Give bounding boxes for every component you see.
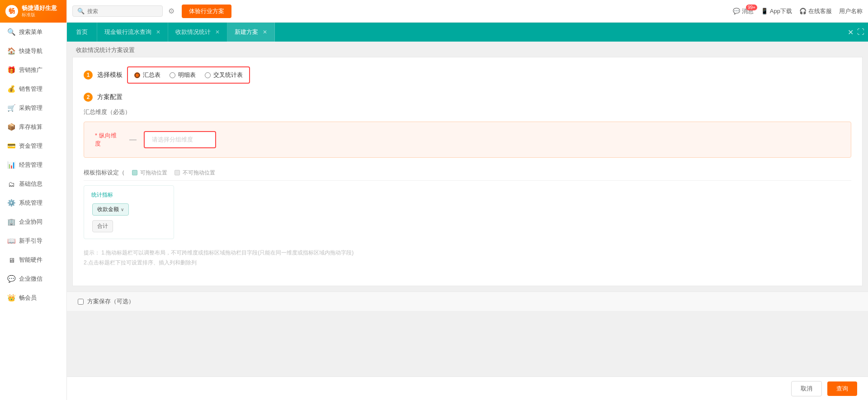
marketing-icon: 🎁 xyxy=(7,66,15,74)
logo-icon: 畅 xyxy=(5,5,18,18)
inventory-icon: 📦 xyxy=(7,123,15,131)
finance-icon: 💳 xyxy=(7,142,15,150)
app-download-button[interactable]: 📱 App下载 xyxy=(761,7,792,15)
search-icon: 🔍 xyxy=(77,8,85,14)
tab-collection-stats-close[interactable]: ✕ xyxy=(215,29,220,35)
save-checkbox[interactable] xyxy=(78,299,84,305)
legend-draggable-label: 可拖动位置 xyxy=(140,169,167,177)
step1-header: 1 选择模板 汇总表 明细表 交叉统计表 xyxy=(84,66,851,84)
close-tab-action[interactable]: ✕ xyxy=(848,28,854,37)
vertical-dim-label: * 纵向维度 xyxy=(95,132,122,148)
app-icon: 📱 xyxy=(761,8,768,14)
radio-detail[interactable]: 明细表 xyxy=(170,71,196,79)
username-display: 用户名称 xyxy=(839,7,863,15)
hardware-icon: 🖥 xyxy=(7,256,15,264)
chevron-down-icon: ∨ xyxy=(121,207,124,212)
dimension-arrow: — xyxy=(129,136,137,144)
radio-summary[interactable]: 汇总表 xyxy=(134,71,160,79)
guide-icon: 📖 xyxy=(7,237,15,245)
tab-cash-flow-label: 现金银行流水查询 xyxy=(104,28,151,36)
tab-collection-stats[interactable]: 收款情况统计 ✕ xyxy=(168,23,227,42)
cancel-button[interactable]: 取消 xyxy=(791,381,822,396)
online-service-button[interactable]: 🎧 在线客服 xyxy=(799,7,832,15)
main-area: 🔍 ⚙ 体验行业方案 💬 消息 99+ 📱 App下载 🎧 在线客服 用户名称 … xyxy=(67,0,868,400)
tab-new-plan-close[interactable]: ✕ xyxy=(263,29,267,35)
sidebar-item-label-marketing: 营销推广 xyxy=(19,66,42,74)
radio-cross-label: 交叉统计表 xyxy=(213,71,243,79)
tab-new-plan[interactable]: 新建方案 ✕ xyxy=(227,23,275,42)
sidebar-item-member[interactable]: 👑 畅会员 xyxy=(0,288,66,307)
sidebar-item-wechat[interactable]: 💬 企业微信 xyxy=(0,269,66,288)
metrics-subtag-total[interactable]: 合计 xyxy=(92,220,113,232)
tab-cash-flow-close[interactable]: ✕ xyxy=(156,29,160,35)
settings-icon[interactable]: ⚙ xyxy=(168,7,175,15)
radio-cross-input[interactable] xyxy=(205,72,211,78)
dimension-select[interactable]: 请选择分组维度 xyxy=(144,131,216,148)
legend-fixed-label: 不可拖动位置 xyxy=(183,169,215,177)
sidebar-item-label-wechat: 企业微信 xyxy=(19,275,42,283)
notification-button[interactable]: 💬 消息 99+ xyxy=(733,7,754,15)
search-icon: 🔍 xyxy=(7,28,15,36)
legend-draggable: 可拖动位置 xyxy=(132,169,167,177)
headset-icon: 🎧 xyxy=(799,8,807,14)
sidebar-item-purchase[interactable]: 🛒 采购管理 xyxy=(0,99,66,118)
sidebar-item-marketing[interactable]: 🎁 营销推广 xyxy=(0,61,66,80)
search-box[interactable]: 🔍 xyxy=(72,5,163,17)
radio-summary-label: 汇总表 xyxy=(143,71,160,79)
sidebar-item-label-finance: 资金管理 xyxy=(19,142,42,150)
tab-collection-stats-label: 收款情况统计 xyxy=(175,28,211,36)
sidebar-item-sales[interactable]: 💰 销售管理 xyxy=(0,80,66,99)
dimension-section-label: 汇总维度（必选） xyxy=(84,108,851,116)
tab-home[interactable]: 首页 xyxy=(67,23,97,42)
metrics-tag-collection-amount[interactable]: 收款金额 ∨ xyxy=(92,203,129,216)
sidebar-item-base[interactable]: 🗂 基础信息 xyxy=(0,174,66,193)
operation-icon: 📊 xyxy=(7,161,15,169)
radio-cross[interactable]: 交叉统计表 xyxy=(205,71,243,79)
sidebar-item-operation[interactable]: 📊 经营管理 xyxy=(0,155,66,174)
enterprise-icon: 🏢 xyxy=(7,218,15,226)
save-label[interactable]: 方案保存（可选） xyxy=(87,297,134,306)
tab-home-label: 首页 xyxy=(76,28,88,36)
dimension-row: * 纵向维度 — 请选择分组维度 xyxy=(95,131,840,148)
sidebar-item-label-quick-nav: 快捷导航 xyxy=(19,47,42,55)
metrics-section-label: 统计指标 xyxy=(91,191,166,199)
sidebar-item-enterprise[interactable]: 🏢 企业协同 xyxy=(0,212,66,231)
metrics-section: 模板指标设定（ 可拖动位置 不可拖动位置 xyxy=(84,165,851,239)
system-icon: ⚙️ xyxy=(7,199,15,207)
trial-button[interactable]: 体验行业方案 xyxy=(182,5,231,18)
notification-badge: 99+ xyxy=(746,5,757,10)
metrics-tag-label: 收款金额 xyxy=(97,206,119,213)
sidebar-item-guide[interactable]: 📖 新手引导 xyxy=(0,231,66,250)
expand-tab-action[interactable]: ⛶ xyxy=(857,28,864,36)
step1-section: 1 选择模板 汇总表 明细表 交叉统计表 xyxy=(84,66,851,84)
metrics-header: 模板指标设定（ 可拖动位置 不可拖动位置 xyxy=(84,165,851,181)
legend-draggable-dot xyxy=(132,170,137,175)
sidebar-item-system[interactable]: ⚙️ 系统管理 xyxy=(0,193,66,212)
tab-cash-flow[interactable]: 现金银行流水查询 ✕ xyxy=(97,23,168,42)
page-header: 收款情况统计方案设置 xyxy=(67,42,868,57)
sidebar-item-inventory[interactable]: 📦 库存核算 xyxy=(0,118,66,136)
radio-summary-input[interactable] xyxy=(134,72,140,78)
step2-num: 2 xyxy=(84,93,93,102)
radio-detail-input[interactable] xyxy=(170,72,175,78)
quick-nav-icon: 🏠 xyxy=(7,47,15,55)
topbar-right: 💬 消息 99+ 📱 App下载 🎧 在线客服 用户名称 xyxy=(733,7,863,15)
logo-text: 畅捷通好生意 标准版 xyxy=(22,5,57,18)
sidebar-item-hardware[interactable]: 🖥 智能硬件 xyxy=(0,250,66,269)
sidebar-item-label-operation: 经营管理 xyxy=(19,161,42,169)
radio-detail-label: 明细表 xyxy=(178,71,196,79)
sidebar-item-label-member: 畅会员 xyxy=(19,294,37,302)
tips-section: 提示： 1.拖动标题栏可以调整布局，不可跨维度或指标区域拖动栏目字段(只能在同一… xyxy=(84,248,851,268)
topbar: 🔍 ⚙ 体验行业方案 💬 消息 99+ 📱 App下载 🎧 在线客服 用户名称 xyxy=(67,0,868,23)
step1-num: 1 xyxy=(84,71,93,80)
sidebar-item-search[interactable]: 🔍 搜索菜单 xyxy=(0,23,66,42)
template-selector: 汇总表 明细表 交叉统计表 xyxy=(127,66,250,84)
sidebar-item-quick-nav[interactable]: 🏠 快捷导航 xyxy=(0,42,66,61)
tab-bar: 首页 现金银行流水查询 ✕ 收款情况统计 ✕ 新建方案 ✕ ✕ ⛶ xyxy=(67,23,868,42)
metrics-legend: 可拖动位置 不可拖动位置 xyxy=(132,169,215,177)
sidebar-item-finance[interactable]: 💳 资金管理 xyxy=(0,136,66,155)
query-button[interactable]: 查询 xyxy=(827,381,857,396)
search-input[interactable] xyxy=(87,8,151,14)
legend-fixed: 不可拖动位置 xyxy=(175,169,215,177)
content-area: 收款情况统计方案设置 1 选择模板 汇总表 明细表 xyxy=(67,42,868,376)
